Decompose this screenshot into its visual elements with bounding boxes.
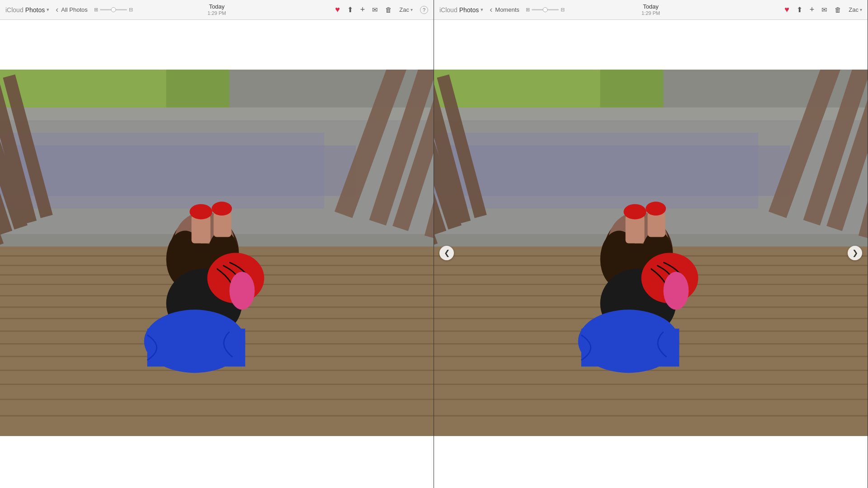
next-arrow-icon: ❯ — [852, 249, 858, 257]
svg-point-91 — [663, 272, 689, 310]
right-toolbar: iCloud Photos ▾ ‹ Moments ⊞ ⊟ Today 1:29… — [434, 0, 868, 20]
left-white-area — [0, 20, 434, 70]
left-toolbar-center: Today 1:29 PM — [208, 3, 226, 16]
left-help-icon: ? — [423, 7, 425, 13]
right-bottom-area — [434, 436, 868, 488]
svg-rect-95 — [648, 212, 665, 237]
left-delete-button[interactable]: 🗑 — [385, 6, 392, 14]
left-share-button[interactable]: ✉ — [372, 6, 378, 14]
left-user-menu[interactable]: Zac ▾ — [399, 6, 413, 13]
right-nav: ‹ Moments — [490, 5, 519, 14]
svg-rect-52 — [434, 70, 600, 108]
left-photo — [0, 70, 434, 436]
svg-point-48 — [212, 202, 232, 216]
left-zoom-min-icon: ⊞ — [94, 7, 98, 13]
svg-point-97 — [646, 202, 666, 216]
right-back-chevron[interactable]: ‹ — [490, 5, 492, 14]
svg-rect-46 — [214, 212, 231, 237]
right-toolbar-center: Today 1:29 PM — [642, 3, 660, 16]
right-zoom-min-icon: ⊞ — [526, 7, 530, 13]
svg-rect-44 — [147, 328, 245, 366]
left-back-label[interactable]: All Photos — [61, 6, 88, 13]
left-slider-track[interactable] — [100, 9, 127, 10]
prev-photo-button[interactable]: ❮ — [439, 246, 454, 260]
right-back-label[interactable]: Moments — [495, 6, 519, 13]
left-upload-button[interactable]: ⬆ — [347, 5, 353, 14]
right-user-name: Zac — [849, 6, 859, 13]
right-user-dropdown-arrow: ▾ — [860, 7, 862, 12]
left-back-chevron[interactable]: ‹ — [56, 5, 58, 14]
right-zoom-slider[interactable]: ⊞ ⊟ — [526, 7, 565, 13]
right-slider-thumb[interactable] — [542, 7, 547, 12]
prev-arrow-icon: ❮ — [444, 249, 450, 257]
right-heart-button[interactable]: ♥ — [784, 5, 789, 14]
right-toolbar-actions: ♥ ⬆ + ✉ 🗑 Zac ▾ — [784, 5, 862, 14]
right-photo-container: ❮ — [434, 70, 868, 436]
left-heart-button[interactable]: ♥ — [335, 5, 340, 14]
left-panel: iCloud Photos ▾ ‹ All Photos ⊞ ⊟ Today 1… — [0, 0, 434, 488]
left-zoom-slider[interactable]: ⊞ ⊟ — [94, 7, 133, 13]
right-panel: iCloud Photos ▾ ‹ Moments ⊞ ⊟ Today 1:29… — [434, 0, 868, 488]
next-photo-button[interactable]: ❯ — [848, 246, 862, 260]
svg-rect-93 — [581, 328, 679, 366]
right-zoom-max-icon: ⊟ — [561, 7, 565, 13]
svg-point-42 — [229, 272, 255, 310]
right-slider-track[interactable] — [532, 9, 559, 10]
left-nav: ‹ All Photos — [56, 5, 88, 14]
left-help-button[interactable]: ? — [420, 6, 428, 14]
right-share-button[interactable]: ✉ — [821, 6, 827, 14]
right-photos-label: Photos — [459, 6, 479, 14]
svg-rect-7 — [0, 145, 356, 196]
left-toolbar-actions: ♥ ⬆ + ✉ 🗑 Zac ▾ ? — [335, 5, 428, 14]
left-toolbar: iCloud Photos ▾ ‹ All Photos ⊞ ⊟ Today 1… — [0, 0, 434, 20]
right-app-name: iCloud Photos ▾ — [439, 6, 483, 14]
left-zoom-max-icon: ⊟ — [129, 7, 133, 13]
left-user-dropdown-arrow: ▾ — [410, 7, 413, 12]
left-slider-thumb[interactable] — [111, 7, 116, 12]
svg-point-47 — [189, 204, 212, 220]
left-app-dropdown-arrow[interactable]: ▾ — [47, 7, 49, 13]
left-date-label: Today — [209, 3, 225, 10]
right-app-dropdown-arrow[interactable]: ▾ — [481, 7, 483, 13]
svg-rect-3 — [0, 70, 166, 108]
left-photos-label: Photos — [25, 6, 45, 14]
right-photo — [434, 70, 868, 436]
left-app-name: iCloud Photos ▾ — [5, 6, 49, 14]
right-user-menu[interactable]: Zac ▾ — [849, 6, 862, 13]
svg-point-96 — [623, 204, 646, 220]
left-user-name: Zac — [399, 6, 409, 13]
right-icloud-label: iCloud — [439, 6, 458, 14]
right-time-label: 1:29 PM — [642, 10, 660, 16]
left-add-button[interactable]: + — [360, 5, 365, 14]
left-icloud-label: iCloud — [5, 6, 24, 14]
left-photo-container — [0, 70, 434, 436]
left-time-label: 1:29 PM — [208, 10, 226, 16]
right-white-area — [434, 20, 868, 70]
svg-rect-56 — [434, 145, 790, 196]
left-bottom-area — [0, 436, 434, 488]
right-upload-button[interactable]: ⬆ — [797, 5, 802, 14]
right-delete-button[interactable]: 🗑 — [835, 6, 841, 14]
right-add-button[interactable]: + — [810, 5, 815, 14]
right-date-label: Today — [643, 3, 659, 10]
